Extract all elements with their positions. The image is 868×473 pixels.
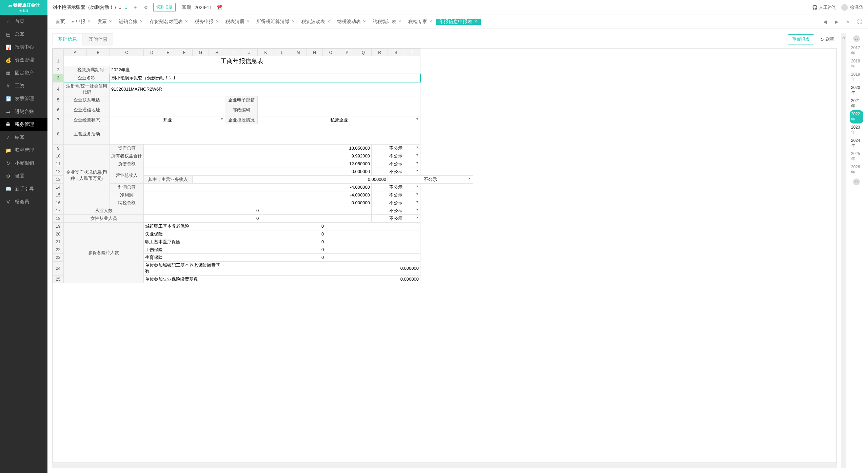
cell[interactable]: 0 bbox=[225, 230, 420, 238]
cell[interactable] bbox=[110, 104, 225, 116]
year-up-icon[interactable]: ︿ bbox=[853, 35, 860, 42]
column-header[interactable]: I bbox=[225, 49, 241, 56]
close-icon[interactable]: ✕ bbox=[327, 19, 330, 24]
close-icon[interactable]: ✕ bbox=[429, 19, 432, 24]
cell[interactable]: 0.000000 bbox=[144, 199, 372, 207]
year-option[interactable]: 2021年 bbox=[850, 97, 863, 110]
close-icon[interactable]: ✕ bbox=[246, 19, 250, 24]
dropdown[interactable]: 不公示 bbox=[388, 175, 473, 183]
column-header[interactable]: R bbox=[372, 49, 388, 56]
row-header[interactable]: 21 bbox=[53, 238, 64, 246]
column-header[interactable]: S bbox=[388, 49, 404, 56]
year-down-icon[interactable]: ﹀ bbox=[853, 178, 860, 185]
tab[interactable]: 存货别名对照表✕ bbox=[146, 19, 191, 25]
close-icon[interactable]: ✕ bbox=[185, 19, 188, 24]
nav-item-close[interactable]: ✓结账 bbox=[0, 131, 47, 144]
close-icon[interactable]: ✕ bbox=[87, 19, 91, 24]
column-header[interactable]: P bbox=[339, 49, 355, 56]
year-option[interactable]: 2018年 bbox=[850, 57, 863, 71]
year-option[interactable]: 2020年 bbox=[850, 84, 863, 97]
column-header[interactable]: G bbox=[193, 49, 209, 56]
subtab[interactable]: 其他信息 bbox=[83, 33, 113, 45]
cell[interactable]: 0.000000 bbox=[193, 175, 388, 183]
tab[interactable]: 首页 bbox=[52, 19, 68, 25]
tab[interactable]: 税务申报✕ bbox=[191, 19, 222, 25]
horizontal-scrollbar[interactable] bbox=[52, 463, 837, 468]
dropdown[interactable]: 不公示 bbox=[372, 207, 420, 214]
close-icon[interactable]: ✕ bbox=[109, 19, 112, 24]
cell[interactable]: 18.050000 bbox=[144, 144, 372, 152]
user-menu[interactable]: 徐泽华 bbox=[841, 4, 863, 11]
tab[interactable]: 税检专家✕ bbox=[405, 19, 436, 25]
column-header[interactable]: N bbox=[307, 49, 323, 56]
consult-link[interactable]: 🎧 人工咨询 bbox=[812, 4, 836, 11]
nav-item-salary[interactable]: ¥工资 bbox=[0, 79, 47, 92]
column-header[interactable]: B bbox=[87, 49, 110, 56]
cell[interactable] bbox=[258, 104, 420, 116]
dropdown[interactable]: 不公示 bbox=[372, 160, 420, 168]
years-collapse-icon[interactable]: ◁ bbox=[841, 33, 846, 468]
year-option[interactable]: 2017年 bbox=[850, 44, 863, 57]
row-header[interactable]: 25 bbox=[53, 275, 64, 283]
spreadsheet[interactable]: ABCDEFGHIJKLMNOPQRST 1工商年报信息表2税款所属期间：202… bbox=[52, 48, 837, 463]
row-header[interactable]: 10 bbox=[53, 152, 64, 160]
row-header[interactable]: 2 bbox=[53, 66, 64, 74]
cell[interactable]: -4.000000 bbox=[144, 191, 372, 199]
close-icon[interactable]: ✕ bbox=[140, 19, 143, 24]
nav-item-tax[interactable]: 🏛税务管理 bbox=[0, 118, 47, 131]
nav-item-expense[interactable]: ↻小畅报销 bbox=[0, 157, 47, 170]
account-selector[interactable]: 刘小艳演示账套（勿删勿动！）1 ⌄ bbox=[52, 4, 128, 11]
cell[interactable]: 9.992000 bbox=[144, 152, 372, 160]
year-option[interactable]: 2022年 bbox=[850, 110, 863, 124]
row-header[interactable]: 22 bbox=[53, 246, 64, 253]
nav-item-guide[interactable]: 📖新手引导 bbox=[0, 183, 47, 195]
cell[interactable] bbox=[110, 124, 420, 144]
close-icon[interactable]: ✕ bbox=[474, 19, 477, 24]
column-header[interactable]: C bbox=[110, 49, 144, 56]
column-header[interactable]: T bbox=[404, 49, 420, 56]
tab[interactable]: ●申报✕ bbox=[68, 19, 94, 25]
nav-item-funds[interactable]: 💰资金管理 bbox=[0, 54, 47, 67]
cell[interactable]: 0 bbox=[225, 222, 420, 230]
dropdown[interactable]: 不公示 bbox=[372, 144, 420, 152]
cell[interactable]: 91320811MA7NGR2W6R bbox=[110, 82, 420, 96]
cell[interactable]: 0 bbox=[144, 214, 372, 222]
cell[interactable]: 0 bbox=[144, 207, 372, 214]
cell[interactable]: 0 bbox=[225, 246, 420, 253]
column-header[interactable]: O bbox=[323, 49, 339, 56]
row-header[interactable]: 12 bbox=[53, 168, 64, 175]
row-header[interactable]: 16 bbox=[53, 199, 64, 207]
cell[interactable] bbox=[258, 96, 420, 104]
year-option[interactable]: 2025年 bbox=[850, 150, 863, 163]
tab[interactable]: 进销台账✕ bbox=[115, 19, 146, 25]
close-icon[interactable]: ✕ bbox=[216, 19, 219, 24]
column-header[interactable]: Q bbox=[355, 49, 372, 56]
dropdown[interactable]: 不公示 bbox=[372, 168, 420, 175]
switch-version-button[interactable]: 切到旧版 bbox=[153, 3, 176, 12]
reset-report-button[interactable]: 重置报表 bbox=[788, 34, 814, 44]
tab-prev-icon[interactable]: ◀ bbox=[821, 18, 829, 25]
row-header[interactable]: 23 bbox=[53, 253, 64, 261]
row-header[interactable]: 13 bbox=[53, 175, 64, 183]
tab[interactable]: 税负波动表✕ bbox=[298, 19, 334, 25]
row-header[interactable]: 18 bbox=[53, 214, 64, 222]
dropdown[interactable]: 开业 bbox=[110, 116, 225, 124]
tab-next-icon[interactable]: ▶ bbox=[833, 18, 840, 25]
dropdown[interactable]: 不公示 bbox=[372, 191, 420, 199]
row-header[interactable]: 24 bbox=[53, 261, 64, 275]
column-header[interactable]: L bbox=[274, 49, 290, 56]
nav-item-assets[interactable]: ▦固定资产 bbox=[0, 67, 47, 79]
row-header[interactable]: 20 bbox=[53, 230, 64, 238]
column-header[interactable]: K bbox=[258, 49, 274, 56]
period-value[interactable]: 2023-11 bbox=[195, 5, 212, 10]
add-account-icon[interactable]: ＋ bbox=[132, 4, 139, 11]
tab[interactable]: 发票✕ bbox=[94, 19, 115, 25]
nav-item-ledger[interactable]: ▤总账 bbox=[0, 28, 47, 41]
cell[interactable]: 0.000000 bbox=[225, 261, 420, 275]
selected-cell[interactable]: 刘小艳演示账套（勿删勿动！）1 bbox=[110, 74, 420, 82]
nav-item-invoice[interactable]: 🧾发票管理 bbox=[0, 92, 47, 105]
column-header[interactable]: F bbox=[176, 49, 193, 56]
row-header[interactable]: 6 bbox=[53, 104, 64, 116]
dropdown[interactable]: 不公示 bbox=[372, 152, 420, 160]
row-header[interactable]: 8 bbox=[53, 124, 64, 144]
